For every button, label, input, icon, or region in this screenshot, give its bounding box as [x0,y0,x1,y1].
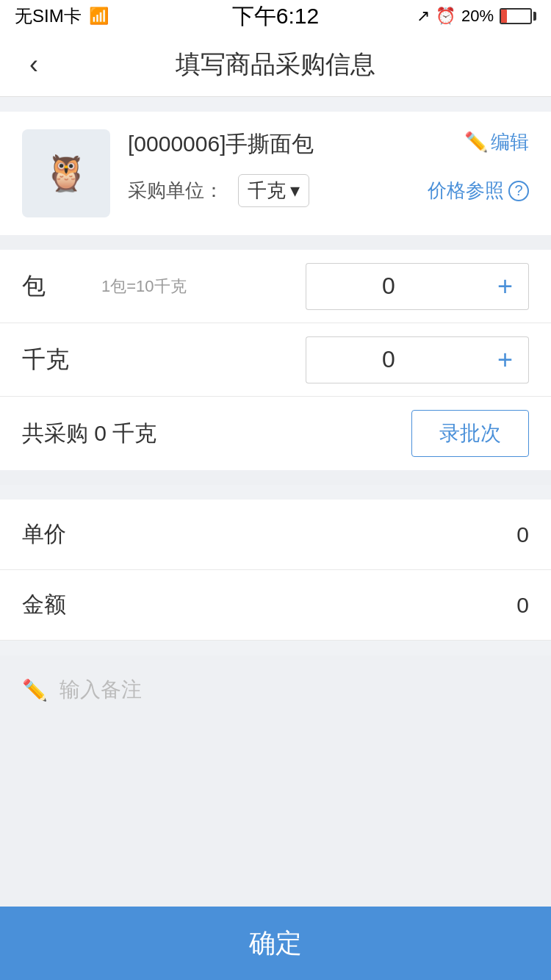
product-card: 🦉 [0000006]手撕面包 ✏️ 编辑 采购单位： 千克 ▾ 价格参照 ? [0,112,551,235]
wifi-icon: 📶 [89,7,109,26]
status-bar: 无SIM卡 📶 下午6:12 ↗ ⏰ 20% [0,0,551,32]
product-name: [0000006]手撕面包 [128,129,314,159]
note-section[interactable]: ✏️ 输入备注 [0,655,551,724]
pack-input-group: + [306,263,529,310]
pack-sublabel: 1包=10千克 [101,275,306,298]
amount-label: 金额 [22,590,66,620]
unit-price-label: 单价 [22,519,66,550]
unit-label: 采购单位： [128,179,223,201]
page-title: 填写商品采购信息 [176,48,375,82]
edit-icon: ✏️ [464,131,488,154]
status-time: 下午6:12 [232,4,319,28]
amount-row: 金额 0 [0,570,551,641]
summary-row: 共采购 0 千克 录批次 [0,397,551,470]
product-image: 🦉 [22,129,110,217]
product-details: [0000006]手撕面包 ✏️ 编辑 采购单位： 千克 ▾ 价格参照 ? [128,129,529,207]
edit-button[interactable]: ✏️ 编辑 [464,129,529,155]
kg-plus-button[interactable]: + [482,336,529,383]
price-ref-button[interactable]: 价格参照 ? [428,178,529,203]
kg-input-row: 千克 + [0,323,551,397]
pack-quantity-input[interactable] [306,263,482,310]
unit-price-value: 0 [516,522,529,547]
input-section: 包 1包=10千克 + 千克 + [0,250,551,397]
nav-bar: ‹ 填写商品采购信息 [0,32,551,97]
pack-plus-button[interactable]: + [482,263,529,310]
battery-icon [500,8,536,24]
battery-percent: 20% [461,7,494,26]
product-owl-icon: 🦉 [44,153,88,194]
pack-label: 包 [22,270,96,303]
section-divider-1 [0,235,551,250]
carrier-text: 无SIM卡 [15,4,82,28]
pack-input-row: 包 1包=10千克 + [0,250,551,323]
back-button[interactable]: ‹ [22,42,46,87]
note-placeholder: 输入备注 [60,676,142,704]
summary-text: 共采购 0 千克 [22,419,156,449]
kg-quantity-input[interactable] [306,336,482,383]
chevron-down-icon: ▾ [290,179,300,202]
confirm-button[interactable]: 确定 [0,907,551,980]
unit-price-row: 单价 0 [0,500,551,570]
alarm-icon: ⏰ [436,7,455,26]
kg-label: 千克 [22,344,96,376]
section-divider-2 [0,470,551,485]
help-icon: ? [508,181,529,201]
batch-button[interactable]: 录批次 [411,410,529,457]
location-icon: ↗ [417,7,430,26]
pencil-icon: ✏️ [22,678,48,702]
unit-select[interactable]: 千克 ▾ [238,174,309,207]
amount-value: 0 [516,593,529,618]
price-section: 单价 0 金额 0 [0,500,551,641]
kg-input-group: + [306,336,529,383]
